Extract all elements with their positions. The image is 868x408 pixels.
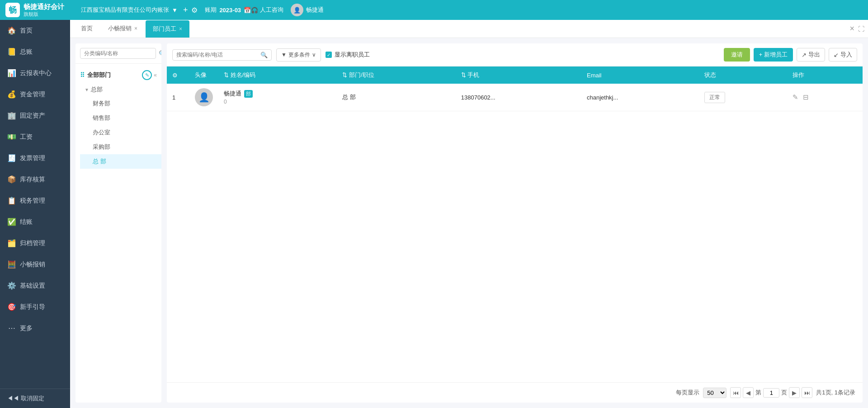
logout-icon[interactable]: ⊟	[803, 93, 809, 101]
header-add-btn[interactable]: +	[183, 5, 188, 15]
col-name[interactable]: ⇅ 姓名/编码	[218, 66, 337, 84]
last-page-btn[interactable]: ⏭	[802, 387, 812, 398]
dept-item-headquarter[interactable]: ▼ 总部	[80, 83, 161, 96]
sidebar-item-reports[interactable]: 📊 云报表中心	[0, 62, 70, 84]
sidebar-item-settings[interactable]: ⚙️ 基础设置	[0, 275, 70, 296]
consult-btn[interactable]: 🎧 人工咨询	[251, 6, 283, 14]
action-icons-container: ✎ ⊟	[793, 93, 857, 101]
cell-email: chanjethkj...	[581, 84, 699, 111]
guide-icon: 🎯	[7, 303, 16, 311]
tab-expense[interactable]: 小畅报销 ×	[101, 20, 145, 38]
search-icon[interactable]: 🔍	[260, 52, 268, 58]
sidebar-item-payroll[interactable]: 💵 工资	[0, 126, 70, 147]
col-settings[interactable]: ⚙	[167, 66, 189, 84]
name-badge-container: 畅捷通 部	[224, 90, 331, 98]
page-input[interactable]	[763, 388, 779, 398]
search-box: 🔍	[172, 49, 272, 61]
chevron-down-icon-filter: ∨	[312, 52, 316, 58]
sidebar-item-closing[interactable]: ✅ 结账	[0, 211, 70, 232]
sidebar-item-guide[interactable]: 🎯 新手引导	[0, 296, 70, 318]
sidebar-item-home[interactable]: 🏠 首页	[0, 20, 70, 41]
invite-button[interactable]: 邀请	[724, 48, 750, 62]
employee-toolbar: 🔍 ▼ 更多条件 ∨ ✓ 显示离职员工 邀请 + 新增员工	[167, 43, 863, 66]
dept-item-finance[interactable]: 财务部	[80, 96, 161, 111]
maximize-icon[interactable]: ⛶	[858, 25, 864, 33]
consult-label: 人工咨询	[260, 6, 283, 14]
expense-icon: 🧮	[7, 260, 16, 269]
sidebar-item-capital[interactable]: 💰 资金管理	[0, 84, 70, 105]
sidebar-label-payroll: 工资	[20, 133, 33, 141]
user-menu[interactable]: 👤 畅捷通	[291, 4, 324, 16]
top-header: 畅 畅捷通好会计 旗舰版 江西服宝精品有限责任公司内账张 ▼ + ⚙ 账期 20…	[0, 0, 868, 20]
dept-item-purchase[interactable]: 采购部	[80, 140, 161, 154]
table-footer: 每页显示 50 100 200 ⏮ ◀ 第 页 ▶ ⏭	[167, 382, 863, 403]
col-dept[interactable]: ⇅ 部门/职位	[337, 66, 455, 84]
import-button[interactable]: ↙ 导入	[829, 48, 857, 62]
cell-index: 1	[167, 84, 189, 111]
ledger-icon: 📒	[7, 47, 16, 56]
add-employee-button[interactable]: + 新增员工	[754, 48, 793, 62]
show-resigned-checkbox[interactable]: ✓	[326, 52, 332, 58]
table-header: ⚙ 头像 ⇅ 姓名/编码 ⇅ 部门/职位 ⇅ 手机 Email 状态 操作	[167, 66, 863, 84]
sidebar-item-expense[interactable]: 🧮 小畅报销	[0, 254, 70, 275]
capital-icon: 💰	[7, 90, 16, 99]
sidebar-label-closing: 结账	[20, 218, 33, 226]
all-dept-label-area: ⠿ 全部部门	[80, 71, 111, 79]
period-value: 2023-03	[219, 7, 241, 14]
col-actions: 操作	[787, 66, 863, 84]
sidebar-item-tax[interactable]: 📋 税务管理	[0, 190, 70, 211]
sidebar-item-invoice[interactable]: 🧾 发票管理	[0, 147, 70, 169]
export-button[interactable]: ↗ 导出	[797, 48, 825, 62]
dept-edit-icon[interactable]: ✎	[142, 70, 152, 80]
employee-avatar: 👤	[195, 88, 213, 106]
sidebar: 🏠 首页 📒 总账 📊 云报表中心 💰 资金管理 🏢 固定资产 💵 工资 🧾 发…	[0, 20, 70, 408]
search-input[interactable]	[176, 52, 258, 58]
filter-btn[interactable]: ▼ 更多条件 ∨	[276, 48, 321, 62]
all-dept-header[interactable]: ⠿ 全部部门 ✎ «	[75, 67, 161, 83]
logo-icon: 畅	[5, 3, 20, 17]
invoice-icon: 🧾	[7, 154, 16, 162]
company-selector[interactable]: 江西服宝精品有限责任公司内账张 ▼	[81, 6, 178, 14]
tab-employees-close[interactable]: ×	[179, 26, 182, 32]
sidebar-item-archive[interactable]: 🗂️ 归档管理	[0, 232, 70, 254]
prev-page-btn[interactable]: ◀	[743, 387, 754, 398]
dept-item-general[interactable]: 总 部	[80, 154, 161, 169]
archive-icon: 🗂️	[7, 239, 16, 247]
tab-home-label: 首页	[81, 24, 93, 33]
period-selector[interactable]: 账期 2023-03 📅	[205, 6, 251, 14]
filter-label: 更多条件	[288, 51, 310, 59]
period-label: 账期	[205, 6, 217, 14]
employee-code: 0	[224, 99, 331, 105]
dept-search-icon[interactable]: 🔍	[159, 50, 161, 57]
sidebar-item-inventory[interactable]: 📦 库存核算	[0, 169, 70, 190]
payroll-icon: 💵	[7, 133, 16, 141]
close-window-icon[interactable]: ×	[849, 24, 854, 33]
settings-icon: ⚙️	[7, 281, 16, 290]
tab-employees[interactable]: 部门员工 ×	[146, 20, 189, 38]
dept-tree: ⠿ 全部部门 ✎ « ▼ 总部	[75, 64, 161, 403]
company-name: 江西服宝精品有限责任公司内账张	[81, 6, 169, 14]
cell-phone: 138070602...	[456, 84, 581, 111]
dept-item-office[interactable]: 办公室	[80, 125, 161, 140]
sidebar-item-assets[interactable]: 🏢 固定资产	[0, 105, 70, 126]
sidebar-item-ledger[interactable]: 📒 总账	[0, 41, 70, 62]
edit-icon[interactable]: ✎	[793, 93, 798, 101]
tab-home[interactable]: 首页	[74, 20, 100, 38]
next-page-btn[interactable]: ▶	[789, 387, 800, 398]
per-page-select[interactable]: 50 100 200	[703, 388, 726, 398]
cancel-fixed-btn[interactable]: ◀◀ 取消固定	[0, 389, 70, 408]
settings-icon-header[interactable]: ⚙	[191, 6, 198, 14]
dept-item-sales[interactable]: 销售部	[80, 111, 161, 125]
page-nav: ⏮ ◀ 第 页 ▶ ⏭	[730, 387, 812, 398]
sidebar-item-more[interactable]: ⋯ 更多	[0, 318, 70, 339]
col-phone[interactable]: ⇅ 手机	[456, 66, 581, 84]
show-resigned-toggle[interactable]: ✓ 显示离职员工	[326, 51, 370, 59]
first-page-btn[interactable]: ⏮	[730, 387, 741, 398]
headset-icon: 🎧	[251, 7, 258, 14]
dept-search-area: 🔍	[75, 43, 161, 64]
employee-dept-badge: 部	[244, 90, 253, 98]
dept-search-input[interactable]	[80, 48, 156, 59]
tab-expense-close[interactable]: ×	[134, 25, 137, 32]
page-suffix: 页	[781, 389, 787, 397]
dept-collapse-icon[interactable]: «	[154, 72, 157, 78]
